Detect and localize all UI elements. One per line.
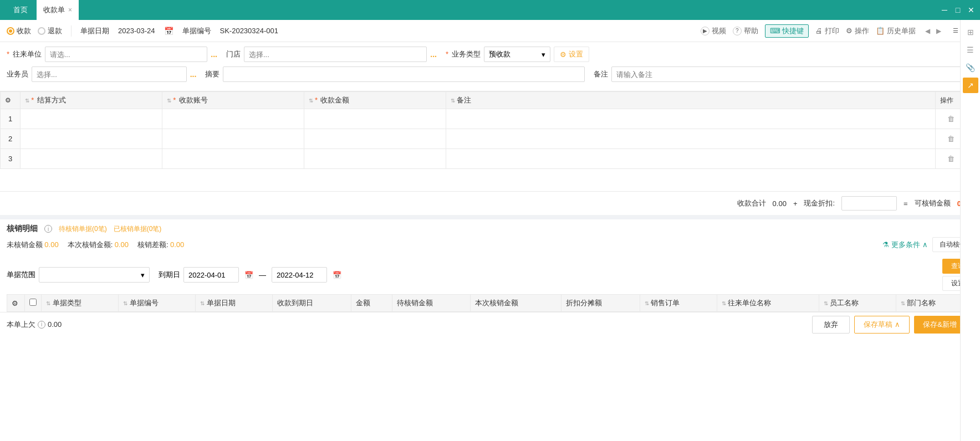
- biz-type-select[interactable]: 预收款 ▾: [484, 47, 550, 62]
- calendar-icon[interactable]: 📅: [164, 27, 173, 35]
- radio-receipt[interactable]: 收款: [7, 26, 31, 36]
- range-select[interactable]: ▾: [39, 267, 150, 283]
- radio-refund[interactable]: 退款: [38, 26, 62, 36]
- store-ellipsis[interactable]: ...: [430, 50, 437, 59]
- video-btn[interactable]: ▶ 视频: [701, 26, 726, 36]
- footer-actions: 放弃 保存草稿 ∧ 保存&新增 ∧: [812, 316, 973, 334]
- tab-receipt[interactable]: 收款单 ×: [37, 0, 79, 20]
- side-expand-icon[interactable]: ↗: [963, 78, 978, 93]
- pending-tab[interactable]: 待核销单据(0笔): [59, 224, 107, 234]
- video-icon: ▶: [701, 27, 710, 35]
- remark-cell-1[interactable]: [446, 109, 936, 129]
- amount-header: ⇅ * 收款金额: [304, 92, 446, 109]
- close-btn[interactable]: ✕: [967, 6, 976, 14]
- date-from-input[interactable]: [183, 267, 239, 283]
- remark-field: 备注: [594, 66, 973, 82]
- due-date-field: 到期日 📅 — 📅: [159, 267, 341, 283]
- remark-input[interactable]: [611, 66, 973, 82]
- store-input[interactable]: [244, 47, 427, 62]
- remark-input-3[interactable]: [446, 149, 936, 168]
- table-row: 2 🗑 ⧉: [1, 129, 980, 149]
- party-ellipsis[interactable]: ...: [211, 50, 217, 59]
- this-time-stat: 本次核销金额: 0.00: [68, 240, 129, 250]
- account-input-2[interactable]: [162, 129, 304, 148]
- remark-input-2[interactable]: [446, 129, 936, 148]
- amount-input-2[interactable]: [304, 129, 446, 148]
- table-row: 3 🗑 ⧉: [1, 149, 980, 169]
- more-filters-btn[interactable]: ⚗ 更多条件 ∧: [882, 240, 928, 250]
- next-arrow[interactable]: ▶: [933, 26, 943, 36]
- save-draft-btn[interactable]: 保存草稿 ∧: [854, 316, 910, 334]
- amount-input-3[interactable]: [304, 149, 446, 168]
- table-row: 1 🗑 ⧉: [1, 109, 980, 129]
- checkbox-header[interactable]: [25, 295, 42, 312]
- cal-to-icon[interactable]: 📅: [333, 271, 341, 279]
- account-cell-1[interactable]: [162, 109, 304, 129]
- select-all-checkbox[interactable]: [29, 299, 37, 306]
- operate-icon: ⚙: [846, 27, 853, 35]
- list-view-icon[interactable]: ☰: [950, 25, 961, 37]
- summary-input[interactable]: [223, 66, 585, 82]
- amount-cell-3[interactable]: [304, 149, 446, 169]
- gear-icon: ⚙: [560, 50, 566, 59]
- account-cell-2[interactable]: [162, 129, 304, 149]
- history-btn[interactable]: 📋 历史单据: [876, 26, 916, 36]
- discount-input[interactable]: [841, 196, 897, 211]
- side-table-icon[interactable]: ⊞: [963, 24, 978, 40]
- staff-input[interactable]: [32, 66, 187, 82]
- side-attach-icon[interactable]: 📎: [963, 60, 978, 75]
- settlement-cell-3[interactable]: [21, 149, 162, 169]
- main-wrapper: 收款 退款 单据日期 2023-03-24 📅 单据编号 SK-20230324…: [0, 20, 980, 441]
- amount-cell-1[interactable]: [304, 109, 446, 129]
- plus-sign: +: [793, 199, 798, 208]
- discount-label: 现金折扣:: [804, 198, 835, 208]
- info-icon[interactable]: i: [44, 225, 52, 233]
- settlement-input-2[interactable]: [21, 129, 162, 148]
- operate-btn[interactable]: ⚙ 操作: [846, 26, 869, 36]
- remark-label: 备注: [594, 69, 608, 79]
- verified-tab[interactable]: 已核销单据(0笔): [114, 224, 162, 234]
- help-btn[interactable]: ? 帮助: [733, 26, 758, 36]
- tab-close-icon[interactable]: ×: [68, 6, 72, 14]
- row-num-2: 2: [1, 129, 21, 149]
- abandon-btn[interactable]: 放弃: [812, 316, 850, 334]
- settlement-cell-2[interactable]: [21, 129, 162, 149]
- delete-btn-3[interactable]: 🗑: [946, 153, 957, 165]
- bottom-gear-header[interactable]: ⚙: [7, 295, 25, 312]
- settings-button[interactable]: ⚙ 设置: [554, 47, 589, 62]
- side-list-icon[interactable]: ☰: [963, 42, 978, 58]
- shortcut-btn[interactable]: ⌨ 快捷键: [765, 24, 809, 38]
- form-row-2: 业务员 ... 摘要 备注: [7, 66, 973, 82]
- maximize-btn[interactable]: □: [953, 6, 962, 14]
- minimize-btn[interactable]: ─: [940, 6, 949, 14]
- unchecked-stat: 未核销金额 0.00: [7, 240, 59, 250]
- on-order-info-icon[interactable]: i: [38, 321, 45, 329]
- biz-required: *: [446, 50, 448, 58]
- party-input[interactable]: [45, 47, 208, 62]
- print-btn[interactable]: 🖨 打印: [815, 26, 839, 36]
- biz-type-label: * 业务类型: [446, 49, 481, 59]
- settlement-input-1[interactable]: [21, 109, 162, 129]
- account-input-3[interactable]: [162, 149, 304, 168]
- settlement-input-3[interactable]: [21, 149, 162, 168]
- chevron-up-icon: ∧: [922, 240, 928, 249]
- tab-home[interactable]: 首页: [4, 0, 37, 20]
- doc-no-label: 单据编号: [182, 26, 211, 36]
- delete-btn-2[interactable]: 🗑: [946, 134, 957, 145]
- amount-input-1[interactable]: [304, 109, 446, 129]
- staff-ellipsis[interactable]: ...: [190, 70, 197, 79]
- account-input-1[interactable]: [162, 109, 304, 129]
- date-to-input[interactable]: [272, 267, 327, 283]
- table-gear-header[interactable]: ⚙: [1, 92, 21, 109]
- remark-input-1[interactable]: [446, 109, 936, 129]
- delete-btn-1[interactable]: 🗑: [946, 114, 957, 125]
- account-cell-3[interactable]: [162, 149, 304, 169]
- range-field: 单据范围 ▾: [7, 267, 150, 283]
- staff-name-header: ⇅ 员工名称: [819, 295, 896, 312]
- cal-from-icon[interactable]: 📅: [244, 271, 253, 279]
- prev-arrow[interactable]: ◀: [922, 26, 932, 36]
- remark-cell-3[interactable]: [446, 149, 936, 169]
- remark-cell-2[interactable]: [446, 129, 936, 149]
- settlement-cell-1[interactable]: [21, 109, 162, 129]
- amount-cell-2[interactable]: [304, 129, 446, 149]
